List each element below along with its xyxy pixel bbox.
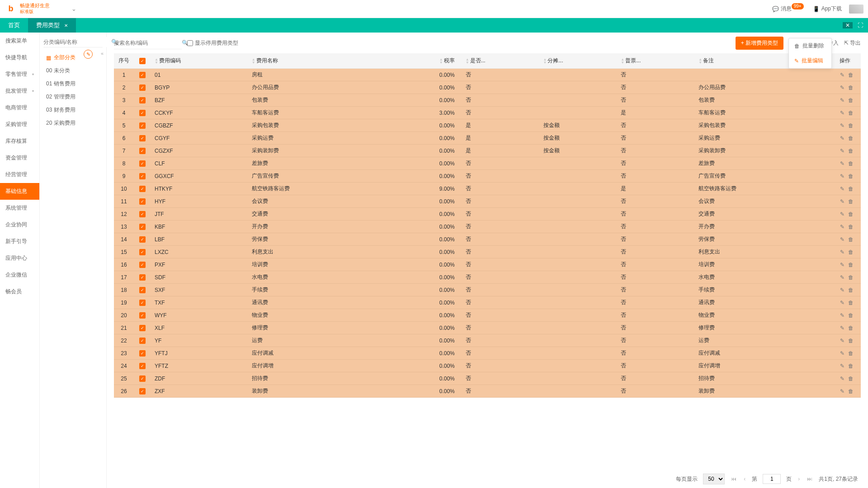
edit-icon[interactable]: ✎ [840, 110, 844, 116]
edit-icon[interactable]: ✎ [840, 312, 844, 319]
trash-icon[interactable]: 🗑 [848, 274, 854, 281]
col-name[interactable]: ▲▼费用名称 [249, 53, 382, 69]
edit-icon[interactable]: ✎ [840, 198, 844, 205]
table-row[interactable]: 3✓BZF包装费0.00%否否包装费✎🗑 [114, 94, 861, 107]
trash-icon[interactable]: 🗑 [848, 173, 854, 179]
check-all[interactable]: ✓ [139, 58, 146, 64]
leftnav-item[interactable]: 资金管理 [0, 150, 39, 166]
col-apportion[interactable]: ▲▼分摊... [541, 53, 618, 69]
table-row[interactable]: 18✓SXF手续费0.00%否否手续费✎🗑 [114, 284, 861, 296]
row-checkbox[interactable]: ✓ [139, 375, 146, 382]
table-row[interactable]: 22✓YF运费0.00%否否运费✎🗑 [114, 334, 861, 347]
row-checkbox[interactable]: ✓ [139, 388, 146, 394]
table-search-input[interactable] [114, 37, 182, 49]
leftnav-item[interactable]: 电商管理 [0, 99, 39, 116]
edit-icon[interactable]: ✎ [840, 274, 844, 281]
table-row[interactable]: 15✓LXZC利息支出0.00%否否利息支出✎🗑 [114, 246, 861, 258]
row-checkbox[interactable]: ✓ [139, 160, 146, 167]
col-is[interactable]: ▲▼是否... [463, 53, 541, 69]
table-row[interactable]: 24✓YFTZ应付调增0.00%否否应付调增✎🗑 [114, 360, 861, 372]
leftnav-item[interactable]: 新手引导 [0, 233, 39, 250]
trash-icon[interactable]: 🗑 [848, 249, 854, 255]
edit-icon[interactable]: ✎ [840, 224, 844, 230]
edit-icon[interactable]: ✎ [840, 160, 844, 167]
edit-icon[interactable]: ✎ [840, 72, 844, 78]
trash-icon[interactable]: 🗑 [848, 72, 854, 78]
leftnav-item[interactable]: 畅会员 [0, 283, 39, 300]
table-row[interactable]: 6✓CGYF采购运费0.00%是按金额否采购运费✎🗑 [114, 132, 861, 145]
edit-icon[interactable]: ✎ [840, 262, 844, 268]
trash-icon[interactable]: 🗑 [848, 198, 854, 205]
row-checkbox[interactable]: ✓ [139, 84, 146, 91]
trash-icon[interactable]: 🗑 [848, 350, 854, 357]
trash-icon[interactable]: 🗑 [848, 363, 854, 369]
trash-icon[interactable]: 🗑 [848, 84, 854, 91]
tab-fee-type[interactable]: 费用类型 ✕ [28, 18, 76, 33]
row-checkbox[interactable]: ✓ [139, 224, 146, 230]
trash-icon[interactable]: 🗑 [848, 312, 854, 319]
category-item[interactable]: 01 销售费用 [40, 77, 106, 90]
edit-icon[interactable]: ✎ [840, 97, 844, 103]
messages-button[interactable]: 💬 消息 99+ [772, 5, 806, 13]
row-checkbox[interactable]: ✓ [139, 97, 146, 103]
col-seq[interactable]: 序号 [114, 53, 137, 69]
table-row[interactable]: 8✓CLF差旅费0.00%否否差旅费✎🗑 [114, 157, 861, 170]
prev-page-button[interactable]: ‹ [743, 476, 746, 482]
tabbar-expand-button[interactable]: ⛶ [855, 22, 865, 28]
edit-icon[interactable]: ✎ [840, 338, 844, 344]
trash-icon[interactable]: 🗑 [848, 122, 854, 129]
row-checkbox[interactable]: ✓ [139, 236, 146, 243]
first-page-button[interactable]: ⏮ [730, 476, 737, 482]
row-checkbox[interactable]: ✓ [139, 173, 146, 179]
leftnav-item[interactable]: 基础信息 [0, 183, 39, 200]
row-checkbox[interactable]: ✓ [139, 211, 146, 217]
category-item[interactable]: 03 财务费用 [40, 103, 106, 117]
sidebar-collapse-button[interactable]: « [101, 51, 104, 56]
show-disabled-input[interactable] [187, 40, 193, 46]
table-row[interactable]: 20✓WYF物业费0.00%否否物业费✎🗑 [114, 309, 861, 322]
table-row[interactable]: 12✓JTF交通费0.00%否否交通费✎🗑 [114, 208, 861, 221]
table-row[interactable]: 2✓BGYP办公用品费0.00%否否办公用品费✎🗑 [114, 81, 861, 94]
row-checkbox[interactable]: ✓ [139, 287, 146, 293]
leftnav-item[interactable]: 企业协同 [0, 216, 39, 233]
table-row[interactable]: 23✓YFTJ应付调减0.00%否否应付调减✎🗑 [114, 347, 861, 360]
leftnav-item[interactable]: 搜索菜单 [0, 33, 39, 49]
table-row[interactable]: 1✓01房租0.00%否否✎🗑 [114, 69, 861, 81]
trash-icon[interactable]: 🗑 [848, 148, 854, 154]
trash-icon[interactable]: 🗑 [848, 338, 854, 344]
table-row[interactable]: 10✓HTKYF航空铁路客运费9.00%否是航空铁路客运费✎🗑 [114, 183, 861, 195]
trash-icon[interactable]: 🗑 [848, 224, 854, 230]
category-item[interactable]: 20 采购费用 [40, 117, 106, 130]
leftnav-item[interactable]: 采购管理 [0, 116, 39, 133]
col-voucher[interactable]: ▲▼普票... [618, 53, 696, 69]
edit-icon[interactable]: ✎ [840, 84, 844, 91]
search-icon[interactable]: 🔍 [111, 39, 118, 45]
leftnav-item[interactable]: 快捷导航 [0, 49, 39, 66]
category-item[interactable]: 02 管理费用 [40, 90, 106, 103]
trash-icon[interactable]: 🗑 [848, 160, 854, 167]
org-dropdown[interactable]: ⌄ [71, 5, 76, 12]
edit-icon[interactable]: ✎ [840, 375, 844, 382]
trash-icon[interactable]: 🗑 [848, 236, 854, 243]
row-checkbox[interactable]: ✓ [139, 72, 146, 78]
trash-icon[interactable]: 🗑 [848, 300, 854, 306]
row-checkbox[interactable]: ✓ [139, 338, 146, 344]
leftnav-item[interactable]: 企业微信 [0, 267, 39, 283]
table-row[interactable]: 21✓XLF修理费0.00%否否修理费✎🗑 [114, 322, 861, 334]
trash-icon[interactable]: 🗑 [848, 110, 854, 116]
last-page-button[interactable]: ⏭ [806, 476, 813, 482]
edit-icon[interactable]: ✎ [840, 236, 844, 243]
row-checkbox[interactable]: ✓ [139, 198, 146, 205]
trash-icon[interactable]: 🗑 [848, 186, 854, 192]
edit-icon[interactable]: ✎ [840, 173, 844, 179]
edit-icon[interactable]: ✎ [840, 249, 844, 255]
table-row[interactable]: 14✓LBF劳保费0.00%否否劳保费✎🗑 [114, 233, 861, 246]
row-checkbox[interactable]: ✓ [139, 325, 146, 331]
col-checkbox[interactable]: ✓ [137, 53, 152, 69]
edit-icon[interactable]: ✎ [840, 325, 844, 331]
row-checkbox[interactable]: ✓ [139, 135, 146, 141]
batch-delete-item[interactable]: 🗑批量删除 [789, 38, 831, 53]
leftnav-item[interactable]: 零售管理▾ [0, 66, 39, 83]
edit-icon[interactable]: ✎ [840, 363, 844, 369]
trash-icon[interactable]: 🗑 [848, 262, 854, 268]
